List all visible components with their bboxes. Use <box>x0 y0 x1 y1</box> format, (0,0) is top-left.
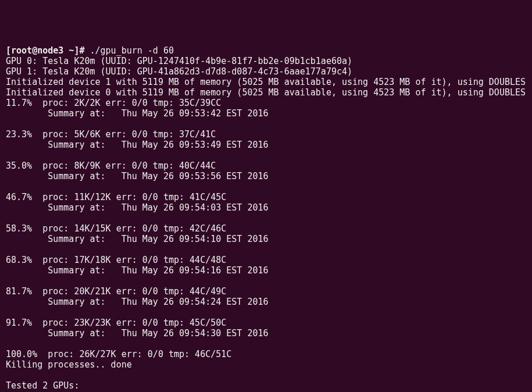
summary-line: Summary at: Thu May 26 09:53:42 EST 2016 <box>6 108 269 119</box>
progress-detail: proc: 14K/15K err: 0/0 tmp: 42C/46C <box>32 223 226 234</box>
command-text: ./gpu_burn -d 60 <box>90 45 174 56</box>
progress-pct: 11.7% <box>6 98 32 108</box>
progress-pct: 46.7% <box>6 192 32 202</box>
progress-detail: proc: 2K/2K err: 0/0 tmp: 35C/39CC <box>32 98 221 108</box>
summary-line: Summary at: Thu May 26 09:54:03 EST 2016 <box>6 202 269 213</box>
summary-line: Summary at: Thu May 26 09:54:30 EST 2016 <box>6 328 269 338</box>
progress-pct: 23.3% <box>6 129 32 140</box>
tested-header: Tested 2 GPUs: <box>6 380 79 391</box>
progress-detail: proc: 26K/27K err: 0/0 tmp: 46C/51C <box>37 349 231 359</box>
progress-pct: 100.0% <box>6 349 37 359</box>
gpu-info-line: GPU 1: Tesla K20m (UUID: GPU-41a862d3-d7… <box>6 66 352 77</box>
progress-detail: proc: 17K/18K err: 0/0 tmp: 44C/48C <box>32 255 226 265</box>
progress-detail: proc: 23K/23K err: 0/0 tmp: 45C/50C <box>32 318 226 328</box>
summary-line: Summary at: Thu May 26 09:54:10 EST 2016 <box>6 234 269 244</box>
summary-line: Summary at: Thu May 26 09:54:16 EST 2016 <box>6 265 269 276</box>
progress-pct: 81.7% <box>6 286 32 297</box>
summary-line: Summary at: Thu May 26 09:53:56 EST 2016 <box>6 171 269 181</box>
progress-detail: proc: 20K/21K err: 0/0 tmp: 44C/49C <box>32 286 226 297</box>
progress-detail: proc: 11K/12K err: 0/0 tmp: 41C/45C <box>32 192 226 202</box>
progress-detail: proc: 5K/6K err: 0/0 tmp: 37C/41C <box>32 129 216 140</box>
progress-pct: 91.7% <box>6 318 32 328</box>
summary-line: Summary at: Thu May 26 09:53:49 EST 2016 <box>6 140 269 150</box>
shell-prompt: [root@node3 ~]# <box>6 45 90 56</box>
progress-detail: proc: 8K/9K err: 0/0 tmp: 40C/44C <box>32 161 216 171</box>
summary-line: Summary at: Thu May 26 09:54:24 EST 2016 <box>6 297 269 307</box>
progress-pct: 58.3% <box>6 223 32 234</box>
progress-pct: 68.3% <box>6 255 32 265</box>
terminal-output[interactable]: [root@node3 ~]# ./gpu_burn -d 60 GPU 0: … <box>6 45 526 392</box>
init-line: Initialized device 0 with 5119 MB of mem… <box>6 87 526 98</box>
killing-line: Killing processes.. done <box>6 359 132 370</box>
init-line: Initialized device 1 with 5119 MB of mem… <box>6 77 526 87</box>
progress-pct: 35.0% <box>6 161 32 171</box>
gpu-info-line: GPU 0: Tesla K20m (UUID: GPU-1247410f-4b… <box>6 56 352 66</box>
